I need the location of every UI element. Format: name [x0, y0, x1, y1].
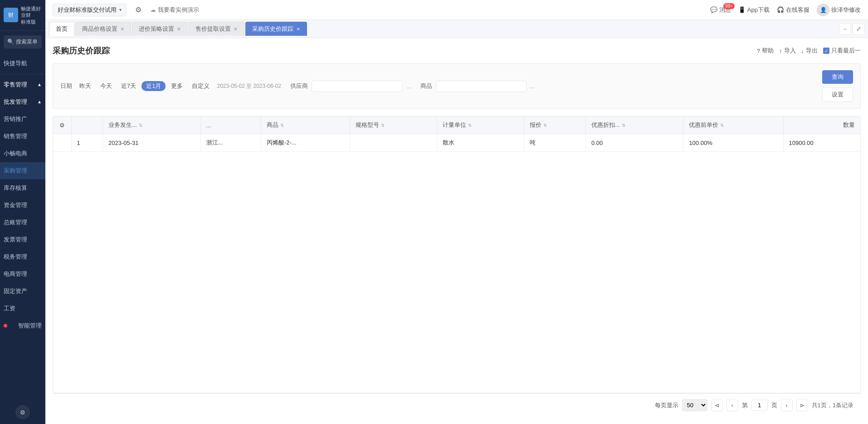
discount-sort-header[interactable]: 优惠折扣... ⇅	[591, 121, 678, 129]
date-options: 昨天 今天 近7天 近1月 更多 自定义	[76, 81, 213, 91]
tab-sale-price[interactable]: 售价提取设置 ✕	[189, 22, 244, 36]
sidebar-item-general-ledger[interactable]: 总账管理	[0, 214, 45, 231]
date-opt-yesterday[interactable]: 昨天	[76, 81, 95, 91]
filter-settings-button[interactable]: 设置	[822, 87, 853, 102]
sidebar-settings-icon[interactable]: ⚙	[15, 405, 30, 419]
tabbar: 首页 商品价格设置 ✕ 进价策略设置 ✕ 售价提取设置 ✕ 采购历史价跟踪 ✕ …	[45, 20, 868, 38]
sidebar-item-finance[interactable]: 资金管理	[0, 197, 45, 214]
online-service-button[interactable]: 🎧 在线客服	[777, 6, 809, 14]
table-col-price[interactable]: 报价 ⇅	[524, 116, 585, 134]
row-quoted-price-cell: 0.00	[585, 134, 683, 152]
tab-purchase-strategy[interactable]: 进价策略设置 ✕	[132, 22, 188, 36]
search-menu-button[interactable]: 🔍 搜索菜单	[4, 35, 42, 48]
unit-sort-header[interactable]: 计量单位 ⇅	[443, 121, 518, 129]
spec-sort-header[interactable]: 规格型号 ⇅	[356, 121, 431, 129]
row-date-cell: 2023-05-31	[103, 134, 200, 152]
sidebar-item-retail[interactable]: 零售管理 ▲	[0, 76, 45, 93]
sidebar-item-wholesale[interactable]: 批发管理 ▲	[0, 93, 45, 111]
help-button[interactable]: ? 帮助	[757, 47, 774, 55]
filter-area: 日期 昨天 今天 近7天 近1月 更多 自定义 2023-05-02 至 202…	[53, 63, 861, 109]
import-button[interactable]: ↑ 导入	[779, 47, 796, 55]
demo-button[interactable]: ☁ 我要看实例演示	[150, 6, 199, 14]
table-col-unit[interactable]: 计量单位 ⇅	[437, 116, 524, 134]
gear-icon: ⚙	[59, 122, 65, 129]
prev-page-button[interactable]: ‹	[727, 400, 738, 411]
date-opt-last7[interactable]: 近7天	[117, 81, 140, 91]
export-button[interactable]: ↓ 导出	[801, 47, 818, 55]
pre-discount-sort-header[interactable]: 优惠前单价 ⇅	[689, 121, 777, 129]
goods-filter-label: 商品	[420, 82, 432, 90]
only-last-checkbox[interactable]: ✓ 只看最后一	[823, 47, 861, 55]
topbar-settings-button[interactable]: ⚙	[132, 4, 145, 16]
import-icon: ↑	[779, 48, 782, 54]
page-number-input[interactable]	[751, 400, 768, 411]
table-col-date[interactable]: 业务发生... ⇅	[103, 116, 200, 134]
sidebar-item-tax[interactable]: 税务管理	[0, 248, 45, 265]
next-page-button[interactable]: ›	[781, 400, 793, 411]
per-page-select[interactable]: 50 100 200	[682, 399, 707, 411]
sidebar-item-smart[interactable]: 智能管理	[0, 317, 45, 334]
sidebar-item-purchase[interactable]: 采购管理	[0, 162, 45, 179]
row-price-unit-cell: 吨	[524, 134, 585, 152]
date-sort-header[interactable]: 业务发生... ⇅	[108, 121, 195, 129]
purchase-label: 采购管理	[4, 167, 27, 175]
goods-sort-header[interactable]: 商品 ⇅	[267, 121, 344, 129]
sidebar-item-ecommerce[interactable]: 电商管理	[0, 265, 45, 283]
supplier-input[interactable]	[312, 81, 402, 92]
message-icon: 💬	[710, 6, 717, 13]
tab-sale-price-close-icon[interactable]: ✕	[234, 26, 238, 32]
sidebar-item-payroll[interactable]: 工资	[0, 300, 45, 317]
table-row: 1 2023-05-31 浙江... 丙烯酸-2-... 散水 吨 0.00 1…	[53, 134, 860, 152]
tab-price[interactable]: 商品价格设置 ✕	[75, 22, 131, 36]
inventory-label: 库存核算	[4, 184, 27, 192]
goods-more-icon[interactable]: ...	[530, 82, 536, 90]
table-col-gear[interactable]: ⚙	[53, 116, 71, 134]
goods-input[interactable]	[436, 81, 527, 92]
sidebar-item-inventory[interactable]: 库存核算	[0, 179, 45, 197]
panel-controls: － ⤢	[839, 23, 864, 35]
last-page-button[interactable]: ⊳	[796, 400, 808, 411]
price-sort-header[interactable]: 报价 ⇅	[530, 121, 580, 129]
user-menu-button[interactable]: 👤 徐泽华修改	[817, 4, 861, 16]
tab-home[interactable]: 首页	[49, 22, 74, 36]
app-download-button[interactable]: 📱 App下载	[738, 6, 770, 14]
table-col-more[interactable]: ...	[200, 116, 261, 134]
sidebar-item-marketing[interactable]: 营销推广	[0, 111, 45, 128]
panel-minimize-button[interactable]: －	[839, 23, 851, 35]
spec-col-label: 规格型号	[356, 121, 379, 129]
date-opt-custom[interactable]: 自定义	[188, 81, 213, 91]
tab-price-close-icon[interactable]: ✕	[120, 26, 124, 32]
date-opt-more[interactable]: 更多	[167, 81, 186, 91]
sidebar-item-fixed-assets[interactable]: 固定资产	[0, 283, 45, 300]
sidebar-item-ecommerce-small[interactable]: 小畅电商	[0, 145, 45, 162]
sidebar-item-sales[interactable]: 销售管理	[0, 128, 45, 145]
wholesale-arrow: ▲	[37, 99, 42, 104]
tab-purchase-strategy-close-icon[interactable]: ✕	[177, 26, 181, 32]
sidebar-item-invoice[interactable]: 发票管理	[0, 231, 45, 248]
panel-expand-button[interactable]: ⤢	[853, 23, 864, 35]
message-button[interactable]: 💬 消息 99+	[710, 6, 731, 14]
invoice-label: 发票管理	[4, 236, 27, 244]
date-opt-last1month[interactable]: 近1月	[141, 81, 166, 91]
tab-purchase-history-label: 采购历史价跟踪	[252, 25, 293, 33]
finance-label: 资金管理	[4, 201, 27, 209]
topbar: 好业财标准版交付试用 ▾ ⚙ ☁ 我要看实例演示 💬 消息 99+ 📱 App下…	[45, 0, 868, 20]
tab-purchase-history-close-icon[interactable]: ✕	[296, 26, 300, 32]
query-button[interactable]: 查询	[822, 70, 853, 84]
first-page-button[interactable]: ⊲	[711, 400, 723, 411]
date-filter-label: 日期	[60, 82, 72, 90]
table-col-spec[interactable]: 规格型号 ⇅	[350, 116, 437, 134]
table-col-discount[interactable]: 优惠折扣... ⇅	[585, 116, 683, 134]
filter-row: 日期 昨天 今天 近7天 近1月 更多 自定义 2023-05-02 至 202…	[60, 70, 853, 102]
supplier-more-icon[interactable]: ...	[406, 82, 411, 90]
chevron-down-icon: ▾	[119, 7, 122, 12]
table-col-goods[interactable]: 商品 ⇅	[261, 116, 350, 134]
table-col-pre-discount-price[interactable]: 优惠前单价 ⇅	[683, 116, 783, 134]
price-sort-icon: ⇅	[543, 123, 547, 128]
date-opt-today[interactable]: 今天	[97, 81, 116, 91]
version-selector[interactable]: 好业财标准版交付试用 ▾	[53, 4, 127, 16]
per-page-label: 每页显示	[655, 401, 678, 410]
tab-purchase-history[interactable]: 采购历史价跟踪 ✕	[245, 22, 307, 36]
quick-nav-label: 快捷导航	[4, 59, 27, 67]
sidebar-item-quick-nav[interactable]: 快捷导航	[0, 55, 45, 72]
